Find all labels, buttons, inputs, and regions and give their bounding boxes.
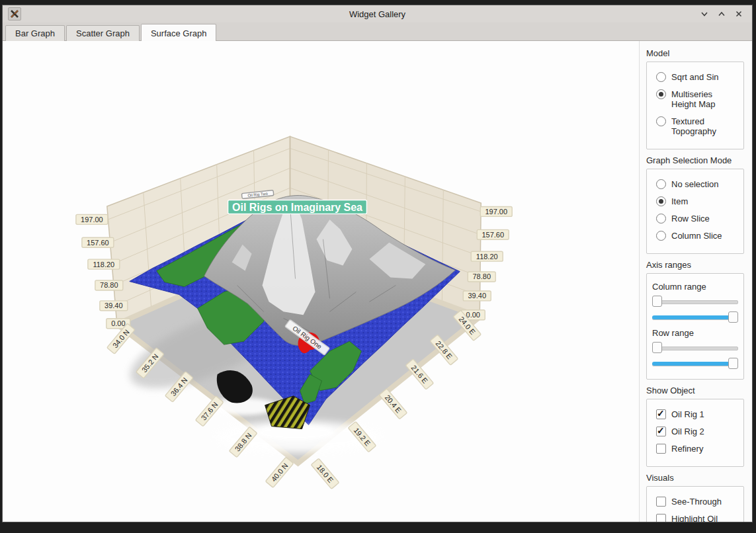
- option-sqrt-and-sin[interactable]: Sqrt and Sin: [656, 72, 737, 82]
- radio-button-multiseries-height-map[interactable]: [656, 89, 666, 99]
- tab-bar: Bar Graph Scatter Graph Surface Graph: [3, 22, 752, 41]
- section-title-graph-selection-mode: Graph Selection Mode: [646, 155, 744, 165]
- svg-text:39.40: 39.40: [105, 302, 122, 309]
- control-panel-sections: ModelSqrt and SinMultiseries Height MapT…: [646, 48, 744, 522]
- svg-text:78.80: 78.80: [100, 281, 118, 289]
- slider-group-label-row-range: Row range: [652, 328, 738, 338]
- window-title: Widget Gallery: [3, 9, 752, 19]
- section-title-axis-ranges: Axis ranges: [646, 260, 744, 270]
- app-window: Widget Gallery Bar Graph Scatter Graph S…: [3, 5, 752, 522]
- checkbox-refinery[interactable]: [656, 444, 666, 454]
- group-axis-ranges: Column rangeRow range: [646, 273, 744, 380]
- option-label: No selection: [671, 179, 719, 189]
- slider-groove[interactable]: [652, 347, 738, 350]
- checkbox-highlight-oil[interactable]: [656, 514, 666, 522]
- slider-column-range-min[interactable]: [652, 296, 738, 307]
- radio-button-item[interactable]: [656, 196, 666, 206]
- option-oil-rig-2[interactable]: Oil Rig 2: [656, 427, 737, 436]
- tab-bar-graph[interactable]: Bar Graph: [5, 25, 65, 41]
- slider-handle[interactable]: [652, 296, 662, 307]
- option-refinery[interactable]: Refinery: [656, 444, 737, 454]
- svg-text:0.00: 0.00: [466, 311, 480, 319]
- option-highlight-oil[interactable]: Highlight Oil: [656, 514, 737, 522]
- slider-handle[interactable]: [728, 311, 738, 323]
- close-button[interactable]: [734, 9, 744, 19]
- section-title-visuals: Visuals: [646, 473, 744, 483]
- group-visuals: See-ThroughHighlight OilShadows: [646, 486, 744, 522]
- checkbox-see-through[interactable]: [656, 497, 666, 507]
- slider-group-label-column-range: Column range: [652, 282, 738, 292]
- svg-text:118.20: 118.20: [93, 261, 114, 268]
- window-frame: Widget Gallery Bar Graph Scatter Graph S…: [0, 0, 756, 533]
- tab-scatter-graph[interactable]: Scatter Graph: [66, 25, 140, 41]
- svg-text:157.60: 157.60: [482, 231, 504, 239]
- svg-text:157.60: 157.60: [87, 239, 109, 247]
- svg-text:118.20: 118.20: [476, 253, 498, 261]
- option-label: Column Slice: [671, 231, 722, 241]
- group-model: Sqrt and SinMultiseries Height MapTextur…: [646, 62, 744, 149]
- option-column-slice[interactable]: Column Slice: [656, 231, 737, 241]
- tab-surface-graph[interactable]: Surface Graph: [141, 24, 217, 41]
- surface-3d-view[interactable]: Oil Rig Two Oil Rigs on Imaginary Sea Oi…: [3, 41, 639, 522]
- svg-text:78.80: 78.80: [472, 272, 490, 280]
- svg-text:0.00: 0.00: [111, 319, 125, 327]
- minimize-button[interactable]: [699, 9, 710, 19]
- svg-text:197.00: 197.00: [485, 208, 507, 216]
- section-title-model: Model: [646, 48, 744, 58]
- radio-button-sqrt-and-sin[interactable]: [656, 72, 666, 82]
- slider-fill: [652, 315, 738, 319]
- group-show-object: Oil Rig 1Oil Rig 2Refinery: [646, 399, 744, 467]
- slider-groove[interactable]: [652, 300, 738, 304]
- slider-column-range-max[interactable]: [652, 311, 738, 323]
- option-label: Refinery: [671, 444, 703, 454]
- svg-text:39.40: 39.40: [468, 292, 486, 300]
- option-multiseries-height-map[interactable]: Multiseries Height Map: [656, 89, 737, 109]
- chart-title-badge: Oil Rigs on Imaginary Sea: [228, 200, 367, 214]
- option-label: Textured Topography: [671, 116, 716, 136]
- option-label: Sqrt and Sin: [671, 72, 719, 82]
- slider-row-range-max[interactable]: [652, 358, 738, 369]
- maximize-button[interactable]: [716, 9, 727, 19]
- section-title-show-object: Show Object: [646, 386, 744, 395]
- radio-button-row-slice[interactable]: [656, 214, 666, 224]
- svg-text:197.00: 197.00: [81, 216, 103, 224]
- option-see-through[interactable]: See-Through: [656, 497, 737, 507]
- option-label: Row Slice: [671, 214, 710, 224]
- option-label: Oil Rig 2: [671, 427, 704, 436]
- option-label: Item: [671, 196, 688, 206]
- slider-handle[interactable]: [728, 358, 738, 369]
- option-label: Highlight Oil: [671, 514, 718, 522]
- window-controls: [699, 9, 752, 19]
- option-label: Oil Rig 1: [671, 409, 704, 419]
- option-oil-rig-1[interactable]: Oil Rig 1: [656, 409, 737, 419]
- slider-row-range-min[interactable]: [652, 342, 738, 353]
- option-label: See-Through: [671, 497, 722, 507]
- option-textured-topography[interactable]: Textured Topography: [656, 116, 737, 136]
- surface-chart-canvas[interactable]: Oil Rig Two Oil Rigs on Imaginary Sea Oi…: [3, 41, 639, 522]
- title-bar[interactable]: Widget Gallery: [3, 5, 752, 22]
- radio-button-textured-topography[interactable]: [656, 116, 666, 126]
- option-row-slice[interactable]: Row Slice: [656, 214, 737, 224]
- control-panel: ModelSqrt and SinMultiseries Height MapT…: [639, 41, 752, 522]
- radio-button-column-slice[interactable]: [656, 231, 666, 241]
- main-content: Oil Rig Two Oil Rigs on Imaginary Sea Oi…: [3, 41, 752, 522]
- svg-text:Oil Rigs on Imaginary Sea: Oil Rigs on Imaginary Sea: [232, 202, 362, 213]
- option-no-selection[interactable]: No selection: [656, 179, 737, 189]
- x11-logo-icon: [8, 7, 21, 20]
- slider-fill: [652, 362, 738, 366]
- group-graph-selection-mode: No selectionItemRow SliceColumn Slice: [646, 169, 744, 254]
- option-item[interactable]: Item: [656, 196, 737, 206]
- checkbox-oil-rig-1[interactable]: [656, 409, 666, 419]
- radio-button-no-selection[interactable]: [656, 179, 666, 189]
- option-label: Multiseries Height Map: [671, 89, 715, 109]
- slider-handle[interactable]: [652, 342, 662, 353]
- checkbox-oil-rig-2[interactable]: [656, 427, 666, 436]
